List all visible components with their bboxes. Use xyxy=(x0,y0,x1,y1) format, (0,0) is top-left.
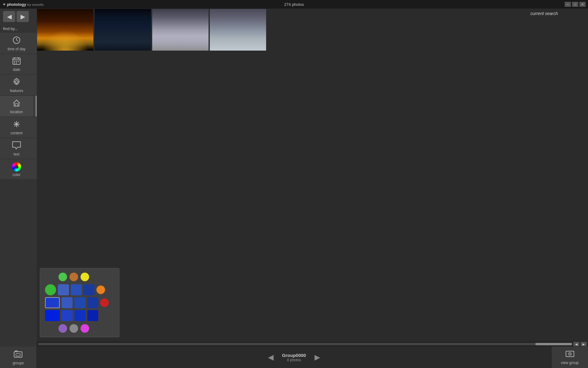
find-by-label: find by... xyxy=(0,25,37,33)
svg-rect-7 xyxy=(14,61,15,62)
group-name: Group0000 xyxy=(282,353,306,358)
forward-button[interactable]: ▶ xyxy=(17,11,29,22)
group-info: ◀ Group0000 0 photos ▶ xyxy=(37,351,551,364)
window-controls[interactable]: ─ □ ✕ xyxy=(565,2,586,7)
view-group-button[interactable]: view group xyxy=(551,347,588,368)
sidebar-item-location-body[interactable]: location xyxy=(0,96,33,117)
photo-thumbnail[interactable] xyxy=(209,9,266,51)
titlebar: ✦ photology by enoetic 274 photos ─ □ ✕ xyxy=(0,0,588,9)
current-search-label: current search xyxy=(530,11,558,16)
sidebar-item-date[interactable]: date xyxy=(0,54,37,75)
scroll-left-button[interactable]: ◀ xyxy=(573,342,579,346)
sidebar-item-time-of-day-tab xyxy=(33,33,37,54)
view-group-label: view group xyxy=(561,361,579,365)
color-blue6-square[interactable] xyxy=(87,297,98,308)
group-next-button[interactable]: ▶ xyxy=(312,351,322,364)
group-prev-button[interactable]: ◀ xyxy=(266,351,276,364)
sidebar-item-text-body[interactable]: text xyxy=(0,138,33,159)
color-blue8-square[interactable] xyxy=(74,310,85,321)
photo-grid xyxy=(37,9,588,51)
back-icon: ◀ xyxy=(7,13,12,20)
color-navy-square[interactable] xyxy=(45,310,60,321)
scroll-left-icon: ◀ xyxy=(575,343,578,346)
sidebar-item-content[interactable]: content xyxy=(0,117,37,138)
color-gray-circle[interactable] xyxy=(70,324,78,333)
sidebar-item-time-of-day[interactable]: time of day xyxy=(0,33,37,54)
color-blue2-square[interactable] xyxy=(71,284,82,295)
photo-thumbnail[interactable] xyxy=(37,9,94,51)
color-blue5-square[interactable] xyxy=(74,297,85,308)
group-nav: ◀ Group0000 0 photos ▶ xyxy=(266,351,322,364)
svg-rect-8 xyxy=(16,61,17,62)
color-orange-circle[interactable] xyxy=(96,286,105,294)
color-blue4-square[interactable] xyxy=(62,297,73,308)
sidebar-item-color-tab xyxy=(33,159,37,179)
color-purple-circle[interactable] xyxy=(58,324,67,333)
color-selected-square[interactable] xyxy=(45,297,60,308)
scrollbar-thumb[interactable] xyxy=(535,343,572,345)
photo-thumbnail[interactable] xyxy=(152,9,209,51)
groups-icon xyxy=(13,349,23,360)
sidebar-item-features-body[interactable]: features xyxy=(0,75,33,95)
sidebar-item-features[interactable]: features xyxy=(0,75,37,96)
sidebar-item-text[interactable]: text xyxy=(0,138,37,159)
sidebar-item-color-body[interactable]: color xyxy=(0,159,33,179)
color-yellow-circle[interactable] xyxy=(81,273,89,281)
svg-rect-9 xyxy=(18,61,19,62)
sidebar-item-content-body[interactable]: content xyxy=(0,117,33,138)
back-button[interactable]: ◀ xyxy=(3,11,15,22)
sidebar-item-features-tab xyxy=(33,75,37,95)
color-wheel-icon xyxy=(12,162,21,171)
svg-line-2 xyxy=(17,40,18,41)
sidebar-item-color[interactable]: color xyxy=(0,159,37,180)
comment-icon xyxy=(12,141,21,151)
svg-rect-19 xyxy=(16,354,20,356)
clock-icon xyxy=(12,36,21,46)
color-blue1-square[interactable] xyxy=(58,284,69,295)
sidebar-item-features-label: features xyxy=(10,89,23,93)
color-magenta-circle[interactable] xyxy=(81,324,89,333)
group-count: 0 photos xyxy=(287,358,301,362)
color-blue7-square[interactable] xyxy=(62,310,73,321)
color-blue3-square[interactable] xyxy=(84,284,95,295)
titlebar-left: ✦ photology by enoetic xyxy=(2,2,44,7)
sidebar-item-date-body[interactable]: date xyxy=(0,54,33,74)
color-brown-circle[interactable] xyxy=(70,273,78,281)
color-picker-popup xyxy=(40,268,119,337)
house-icon xyxy=(12,99,21,109)
sidebar-item-content-label: content xyxy=(10,131,22,135)
sidebar-item-time-of-day-body[interactable]: time of day xyxy=(0,33,33,54)
maximize-button[interactable]: □ xyxy=(572,2,578,7)
sidebar-item-text-label: text xyxy=(13,152,19,156)
sidebar-item-date-label: date xyxy=(13,67,20,72)
svg-rect-18 xyxy=(14,352,22,357)
sidebar-item-date-tab xyxy=(33,54,37,74)
scrollbar-area: ◀ ▶ xyxy=(37,342,588,347)
sidebar-item-content-tab xyxy=(33,117,37,138)
sidebar-item-location-label: location xyxy=(10,110,23,114)
calendar-icon xyxy=(12,57,21,66)
close-button[interactable]: ✕ xyxy=(579,2,586,7)
scroll-right-button[interactable]: ▶ xyxy=(581,342,587,346)
svg-point-12 xyxy=(15,81,18,83)
svg-rect-11 xyxy=(16,63,17,63)
groups-label: groups xyxy=(13,361,24,365)
groups-button[interactable]: groups xyxy=(0,347,37,368)
sidebar-item-location[interactable]: location xyxy=(0,96,37,117)
main-content: current search xyxy=(37,9,588,347)
color-blue9-square[interactable] xyxy=(87,310,98,321)
photo-thumbnail[interactable] xyxy=(94,9,151,51)
gear-icon xyxy=(12,78,21,87)
sidebar-item-location-tab xyxy=(33,96,37,117)
current-search-panel: current search xyxy=(527,9,588,18)
scrollbar-track[interactable] xyxy=(38,343,572,345)
sidebar-item-time-of-day-label: time of day xyxy=(8,47,26,51)
color-red-circle[interactable] xyxy=(100,298,109,307)
scroll-right-icon: ▶ xyxy=(582,343,585,346)
color-green-circle[interactable] xyxy=(58,273,67,281)
minimize-button[interactable]: ─ xyxy=(565,2,571,7)
sidebar: ◀ ▶ find by... time of day xyxy=(0,9,37,347)
color-green2-circle[interactable] xyxy=(45,284,56,295)
photo-count-title: 274 photos xyxy=(284,2,304,7)
bottom-bar: groups ◀ Group0000 0 photos ▶ view group xyxy=(0,347,588,368)
